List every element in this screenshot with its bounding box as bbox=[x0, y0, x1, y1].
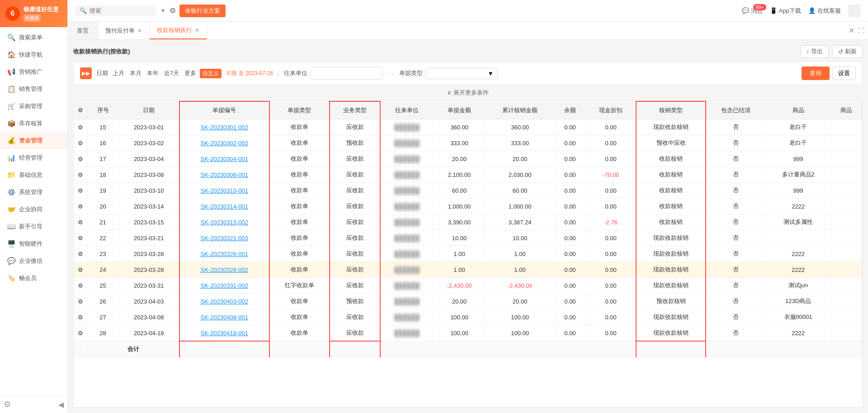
sidebar-settings-icon[interactable]: ⚙ bbox=[4, 399, 11, 409]
search-input[interactable] bbox=[90, 7, 144, 14]
cell-settings[interactable]: ⚙ bbox=[74, 151, 87, 167]
bill-no-link[interactable]: SK-20230310-001 bbox=[201, 187, 249, 194]
tab-collection[interactable]: 收款核销执行 ✕ bbox=[150, 22, 207, 39]
cell-goods2 bbox=[830, 262, 862, 278]
cell-settings[interactable]: ⚙ bbox=[74, 214, 87, 230]
cell-settings[interactable]: ⚙ bbox=[74, 230, 87, 246]
bill-no-link[interactable]: SK-20230314-001 bbox=[201, 203, 249, 210]
sidebar-item-quicknav[interactable]: 🏠快捷导航 bbox=[0, 46, 67, 63]
filter-date-more[interactable]: 更多 bbox=[183, 68, 198, 78]
dropdown-arrow[interactable]: ▼ bbox=[160, 7, 166, 14]
export-btn[interactable]: ↑ 导出 bbox=[801, 45, 829, 58]
cell-bill-amount: 60.00 bbox=[433, 183, 486, 199]
cell-settings[interactable]: ⚙ bbox=[74, 135, 87, 151]
cell-settings[interactable]: ⚙ bbox=[74, 183, 87, 199]
cell-date: 2023-03-15 bbox=[118, 214, 179, 230]
cell-partner: ██████ bbox=[380, 183, 433, 199]
bill-no-link[interactable]: SK-20230315-002 bbox=[201, 219, 249, 226]
bill-no-link[interactable]: SK-20230304-001 bbox=[201, 156, 249, 162]
cell-bill-no: SK-20230310-001 bbox=[179, 183, 269, 199]
cell-settings[interactable]: ⚙ bbox=[74, 199, 87, 214]
tab-collection-close[interactable]: ✕ bbox=[195, 27, 199, 33]
sidebar-item-member[interactable]: 🏷️畅会员 bbox=[0, 270, 67, 287]
bill-no-link[interactable]: SK-20230403-002 bbox=[201, 298, 249, 305]
filter-partner-input[interactable] bbox=[310, 67, 382, 80]
data-table-container: ⚙ 序号 日期 单据编号 单据类型 业务类型 往来单位 单据金额 累计核销金额 … bbox=[73, 100, 863, 408]
total-bill-amount bbox=[433, 341, 486, 357]
filter-settings-btn[interactable]: 设置 bbox=[832, 66, 856, 80]
sidebar-item-sales[interactable]: 📋销售管理 bbox=[0, 81, 67, 98]
cell-settings[interactable]: ⚙ bbox=[74, 294, 87, 309]
sidebar-item-basic[interactable]: 📁基础信息 bbox=[0, 166, 67, 184]
th-goods: 商品 bbox=[766, 101, 830, 119]
sidebar-item-collab[interactable]: 🤝企业协同 bbox=[0, 201, 67, 218]
bill-no-link[interactable]: SK-20230321-003 bbox=[201, 235, 249, 242]
refresh-btn[interactable]: ↺ 刷新 bbox=[832, 45, 863, 58]
sidebar-item-funds[interactable]: 💰资金管理 bbox=[0, 132, 67, 149]
refresh-icon: ↺ bbox=[838, 48, 843, 55]
bill-no-link[interactable]: SK-20230308-001 bbox=[201, 171, 249, 178]
cell-settings[interactable]: ⚙ bbox=[74, 262, 87, 278]
filter-date-thisyear[interactable]: 本年 bbox=[145, 68, 160, 78]
tabbar-expand-icon[interactable]: ⛶ bbox=[858, 27, 864, 34]
sidebar-item-guide[interactable]: 📖新手引导 bbox=[0, 218, 67, 235]
cell-include-settled: 否 bbox=[706, 135, 766, 151]
industry-btn[interactable]: 体验行业方案 bbox=[179, 5, 226, 17]
message-btn[interactable]: 💬 消息 99+ bbox=[742, 7, 763, 15]
bill-no-link[interactable]: SK-20230328-001 bbox=[201, 251, 249, 257]
topbar-search[interactable]: 🔍 bbox=[75, 5, 156, 16]
tab-prepay-close[interactable]: ✕ bbox=[137, 28, 142, 34]
cell-settings[interactable]: ⚙ bbox=[74, 278, 87, 294]
cell-bill-amount: 3,390.00 bbox=[433, 214, 486, 230]
cell-settings[interactable]: ⚙ bbox=[74, 167, 87, 183]
sidebar-item-wechat[interactable]: 💬企业微信 bbox=[0, 252, 67, 270]
sidebar-item-operations[interactable]: 📊经营管理 bbox=[0, 149, 67, 166]
bill-no-link[interactable]: SK-20230302-002 bbox=[201, 140, 249, 147]
tab-home[interactable]: 首页 bbox=[68, 22, 98, 39]
cell-balance: 0.00 bbox=[554, 246, 585, 262]
cell-balance: 0.00 bbox=[554, 151, 585, 167]
tabbar-close-icon[interactable]: ✕ bbox=[849, 26, 854, 35]
tab-prepay[interactable]: 预付应付单 ✕ bbox=[98, 22, 150, 39]
bill-no-link[interactable]: SK-20230418-001 bbox=[201, 330, 249, 337]
expand-more-btn[interactable]: ∨ 展开更多条件 bbox=[447, 90, 488, 96]
sidebar-item-marketing[interactable]: 📢营销推广 bbox=[0, 63, 67, 81]
filter-billtype-select[interactable]: ▼ bbox=[425, 68, 498, 79]
filter-expand-btn[interactable]: ▶▶ bbox=[80, 67, 92, 79]
sidebar-item-system[interactable]: ⚙️系统管理 bbox=[0, 184, 67, 201]
bill-no-link[interactable]: SK-20230328-002 bbox=[201, 266, 249, 273]
app-download-btn[interactable]: 📱 App下载 bbox=[770, 7, 801, 15]
sidebar-item-hardware[interactable]: 🖥️智能硬件 bbox=[0, 235, 67, 252]
total-cancel-type bbox=[636, 341, 706, 357]
filter-date-custom[interactable]: 自定义 bbox=[200, 69, 222, 78]
cell-settings[interactable]: ⚙ bbox=[74, 246, 87, 262]
sidebar-item-inventory[interactable]: 📦库存核算 bbox=[0, 115, 67, 132]
sidebar-collapse-icon[interactable]: ◀ bbox=[58, 400, 64, 409]
gear-icon[interactable]: ⚙ bbox=[170, 6, 176, 15]
filter-date-lastmonth[interactable]: 上月 bbox=[111, 68, 126, 78]
cell-settings[interactable]: ⚙ bbox=[74, 119, 87, 135]
cell-partner: ██████ bbox=[380, 135, 433, 151]
user-avatar[interactable] bbox=[848, 5, 861, 17]
service-btn[interactable]: 👤 在线客服 bbox=[808, 7, 841, 15]
cell-partner: ██████ bbox=[380, 262, 433, 278]
filter-date-thismonth[interactable]: 本月 bbox=[128, 68, 143, 78]
bill-no-link[interactable]: SK-20230331-002 bbox=[201, 282, 249, 289]
cell-bill-no: SK-20230314-001 bbox=[179, 199, 269, 214]
sidebar-item-search[interactable]: 🔍搜索菜单 bbox=[0, 29, 67, 46]
filter-date-7days[interactable]: 近7天 bbox=[162, 68, 181, 78]
cell-accum-cancel: 1.00 bbox=[486, 246, 555, 262]
cell-balance: 0.00 bbox=[554, 262, 585, 278]
bill-no-link[interactable]: SK-20230301-002 bbox=[201, 124, 249, 131]
th-settings[interactable]: ⚙ bbox=[74, 101, 87, 119]
cell-goods2 bbox=[830, 246, 862, 262]
cell-settings[interactable]: ⚙ bbox=[74, 309, 87, 325]
sidebar-item-purchase[interactable]: 🛒采购管理 bbox=[0, 98, 67, 115]
sidebar-label-hardware: 智能硬件 bbox=[19, 240, 42, 248]
query-btn[interactable]: 查询 bbox=[802, 66, 830, 80]
bill-no-link[interactable]: SK-20230408-001 bbox=[201, 314, 249, 321]
export-icon: ↑ bbox=[807, 48, 810, 55]
cell-biz-type: 应收款 bbox=[330, 278, 380, 294]
cell-goods: 999 bbox=[766, 183, 830, 199]
cell-settings[interactable]: ⚙ bbox=[74, 325, 87, 342]
